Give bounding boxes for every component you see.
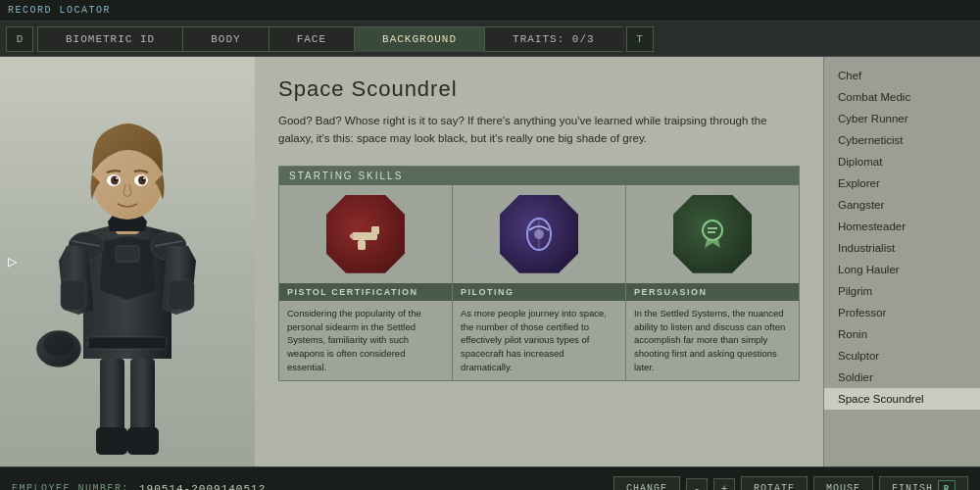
svg-rect-11 (169, 280, 194, 310)
employee-label: EMPLOYEE NUMBER: (12, 483, 129, 490)
minus-button[interactable]: - (686, 478, 708, 491)
sidebar-item-sculptor[interactable]: Sculptor (824, 345, 980, 367)
sidebar-item-ronin[interactable]: Ronin (824, 323, 980, 345)
svg-point-20 (116, 177, 118, 179)
tab-biometric-id[interactable]: BIOMETRIC ID (37, 26, 182, 52)
svg-rect-2 (96, 427, 127, 455)
sidebar-item-gangster[interactable]: Gangster (824, 194, 980, 216)
sidebar-item-space-scoundrel[interactable]: Space Scoundrel (824, 388, 980, 410)
nav-right-corner[interactable]: T (626, 26, 654, 52)
skill-icon-bg-pistol (326, 195, 405, 273)
sidebar-item-professor[interactable]: Professor (824, 302, 980, 323)
skill-card-pistol: PISTOL CERTIFICATION Considering the pop… (279, 185, 453, 380)
rotate-button[interactable]: ROTATE (741, 476, 808, 491)
plus-button[interactable]: + (713, 478, 735, 491)
character-figure (29, 94, 225, 466)
finish-key: R (938, 480, 956, 491)
skill-desc-piloting: As more people journey into space, the n… (453, 301, 625, 380)
skills-section: STARTING SKILLS (278, 166, 800, 381)
sidebar-item-industrialist[interactable]: Industrialist (824, 237, 980, 259)
skill-name-pistol: PISTOL CERTIFICATION (279, 283, 452, 301)
skill-desc-persuasion: In the Settled Systems, the nuanced abil… (626, 301, 799, 380)
right-sidebar: Chef Combat Medic Cyber Runner Cyberneti… (823, 57, 980, 466)
rotate-label: ROTATE (754, 483, 795, 490)
info-panel: Space Scoundrel Good? Bad? Whose right i… (255, 57, 823, 466)
finish-button[interactable]: FINISH R (879, 476, 968, 491)
record-locator-label: RECORD LOCATOR (8, 5, 111, 16)
skill-name-persuasion: PERSUASION (626, 283, 799, 301)
employee-number: 190514-2009140512 (139, 483, 608, 491)
sidebar-item-pilgrim[interactable]: Pilgrim (824, 280, 980, 302)
tab-face[interactable]: FACE (269, 26, 354, 52)
nav-left-corner[interactable]: D (6, 26, 33, 52)
skill-icon-area-piloting (453, 185, 625, 283)
skills-header: STARTING SKILLS (279, 167, 799, 185)
svg-point-23 (43, 332, 74, 356)
svg-point-21 (143, 177, 145, 179)
top-bar: RECORD LOCATOR (0, 0, 980, 22)
sidebar-item-soldier[interactable]: Soldier (824, 367, 980, 388)
skill-icon-area-pistol (279, 185, 452, 283)
sidebar-item-cyber-runner[interactable]: Cyber Runner (824, 108, 980, 129)
svg-rect-27 (350, 234, 354, 238)
skill-icon-bg-persuasion (673, 195, 752, 273)
bottom-bar: EMPLOYEE NUMBER: 190514-2009140512 CHANG… (0, 466, 980, 490)
svg-rect-26 (358, 240, 366, 250)
sidebar-item-homesteader[interactable]: Homesteader (824, 216, 980, 237)
change-label: CHANGE (626, 483, 667, 490)
skill-desc-pistol: Considering the popularity of the person… (279, 301, 452, 380)
tab-body[interactable]: BODY (182, 26, 268, 52)
skill-icon-bg-piloting (500, 195, 578, 273)
skill-name-piloting: PILOTING (453, 283, 625, 301)
tab-traits[interactable]: TRAITS: 0/3 (484, 26, 622, 52)
svg-point-31 (703, 220, 722, 240)
mouse-button[interactable]: MOUSE (813, 476, 873, 491)
mouse-label: MOUSE (826, 483, 860, 490)
sidebar-item-chef[interactable]: Chef (824, 65, 980, 86)
svg-rect-3 (127, 427, 159, 455)
svg-rect-4 (116, 246, 139, 262)
sidebar-item-long-hauler[interactable]: Long Hauler (824, 259, 980, 280)
skill-card-persuasion: PERSUASION In the Settled Systems, the n… (626, 185, 799, 380)
skill-card-piloting: PILOTING As more people journey into spa… (453, 185, 626, 380)
cursor-arrow: ▷ (8, 252, 18, 271)
tab-background[interactable]: BACKGROUND (354, 26, 484, 52)
svg-rect-25 (371, 226, 379, 234)
sidebar-item-explorer[interactable]: Explorer (824, 172, 980, 194)
sidebar-item-cyberneticist[interactable]: Cyberneticist (824, 129, 980, 151)
svg-rect-10 (61, 280, 86, 310)
background-title: Space Scoundrel (278, 76, 800, 102)
svg-rect-9 (88, 337, 167, 349)
nav-tabs: D BIOMETRIC ID BODY FACE BACKGROUND TRAI… (0, 22, 980, 57)
main-content: ▷ (0, 57, 980, 466)
character-panel: ▷ (0, 57, 255, 466)
sidebar-item-diplomat[interactable]: Diplomat (824, 151, 980, 172)
background-desc: Good? Bad? Whose right is it to say? If … (278, 112, 768, 148)
sidebar-item-combat-medic[interactable]: Combat Medic (824, 86, 980, 108)
finish-label: FINISH (892, 483, 933, 490)
skills-grid: PISTOL CERTIFICATION Considering the pop… (279, 185, 799, 380)
change-button[interactable]: CHANGE (613, 476, 680, 491)
skill-icon-area-persuasion (626, 185, 799, 283)
